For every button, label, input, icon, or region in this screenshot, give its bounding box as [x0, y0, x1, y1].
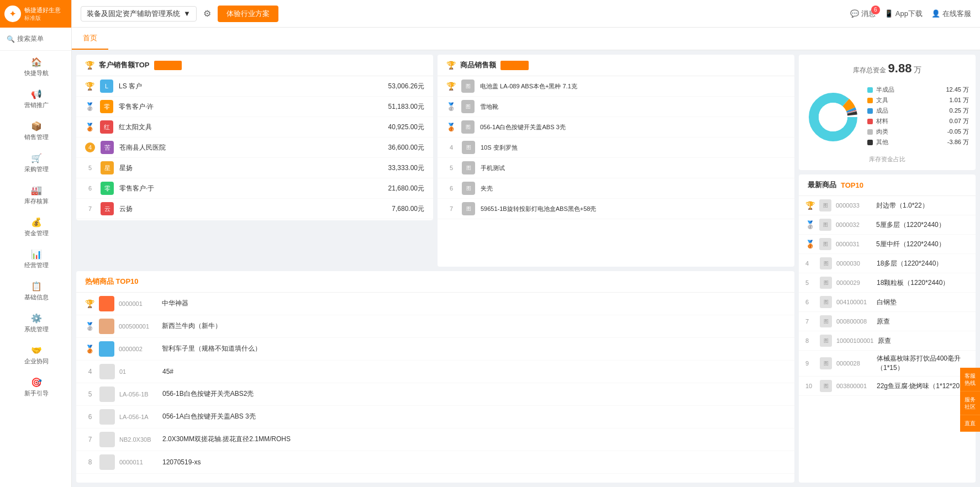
message-badge: 6	[871, 6, 880, 14]
sidebar-item-sales[interactable]: 📦 销售管理	[0, 115, 71, 147]
prod-num-7: 7	[446, 204, 456, 214]
hot-num-4: 4	[85, 368, 95, 375]
product-ranking-tag: TOP10	[500, 61, 529, 70]
top-header: 装备及固定资产辅助管理系统 ▼ ⚙ 体验行业方案 💬 消息 6 📱 App下载 …	[72, 0, 980, 28]
rank-item-4: 4 苦 苍南县人民医院 36,600.00元	[76, 137, 433, 158]
hot-trophy: 🏆	[85, 299, 94, 308]
product-ranking-panel: 🏆 商品销售额 TOP10 🏆 图 电池盖 LA-089 ABS本色+黑种 7.…	[438, 55, 794, 267]
latest-num-10: 10	[805, 383, 815, 389]
prod-medal-3: 🥉	[446, 123, 456, 131]
home-icon: 🏠	[31, 56, 42, 67]
inventory-subtitle: 库存资金占比	[805, 155, 969, 163]
latest-num-7: 7	[805, 318, 815, 325]
float-service-btn[interactable]: 客服 热线	[960, 368, 980, 391]
search-menu-btn[interactable]: 🔍 搜索菜单	[4, 32, 67, 46]
corp-icon: 🤝	[31, 345, 42, 356]
prod-rank-item-4: 4 图 10S 变刹罗煞	[438, 137, 794, 158]
message-btn[interactable]: 💬 消息 6	[850, 9, 876, 19]
latest-num-5: 5	[805, 279, 815, 286]
sidebar-item-finance[interactable]: 💰 资金管理	[0, 211, 71, 243]
latest-icon-5: 图	[820, 277, 832, 289]
prod-num-6: 6	[446, 183, 456, 193]
sidebar-item-base[interactable]: 📋 基础信息	[0, 275, 71, 307]
customer-rank-list: 🏆 L LS 客户 53,006.26元 🥈 零 零售客户·许 51,183.0…	[76, 76, 433, 220]
hot-medal-3: 🥉	[85, 345, 94, 353]
tab-home[interactable]: 首页	[72, 28, 108, 50]
search-menu-section[interactable]: 🔍 搜索菜单	[0, 28, 71, 51]
sidebar-item-system[interactable]: ⚙️ 系统管理	[0, 307, 71, 339]
latest-item-4: 4 图 0000030 18多层（1220*2440）	[799, 254, 976, 273]
hot-item-3: 🥉 0000002 智利车子里（规格不知道填什么）	[76, 338, 794, 361]
settings-icon[interactable]: ⚙	[203, 8, 211, 19]
sidebar-item-marketing[interactable]: 📢 营销推广	[0, 83, 71, 115]
prod-medal-2: 🥈	[446, 102, 456, 111]
prod-avatar-6: 图	[462, 182, 475, 195]
sidebar-item-quick[interactable]: 🏠 快捷导航	[0, 51, 71, 83]
prod-rank-item-1: 🏆 图 电池盖 LA-089 ABS本色+黑种 7.1克	[438, 76, 794, 97]
app-download-btn[interactable]: 📱 App下载	[884, 9, 923, 19]
hot-item-9: 9 KK-SD22110H 花语萌恒温分腿睡袋（厚款）	[76, 474, 794, 477]
finance-icon: 💰	[31, 216, 42, 227]
rank-num-4: 4	[85, 142, 95, 152]
prod-avatar-3: 图	[461, 120, 475, 134]
prod-num-4: 4	[446, 142, 456, 152]
ops-icon: 📊	[31, 248, 42, 260]
hot-products-header: 热销商品 TOP10	[76, 271, 794, 293]
latest-products-panel: 最新商品 TOP10 🏆 图 0000033 封边带（1.0*22） 🥈 图 0…	[799, 174, 976, 483]
latest-icon-2: 图	[819, 219, 831, 231]
latest-item-3: 🥉 图 0000031 5厘中纤（1220*2440）	[799, 235, 976, 254]
latest-trophy: 🏆	[805, 201, 815, 210]
sidebar-item-inventory[interactable]: 🏭 库存核算	[0, 179, 71, 211]
float-direct-btn[interactable]: 直直	[960, 415, 980, 432]
hot-item-2: 🥈 000500001 新西兰牛肉（新牛）	[76, 315, 794, 338]
sidebar-item-purchase[interactable]: 🛒 采购管理	[0, 147, 71, 179]
customer-ranking-header: 🏆 客户销售额TOP TOP10	[76, 55, 433, 76]
legend-dot-1	[867, 98, 873, 103]
prod-avatar-4: 图	[462, 141, 475, 154]
float-buttons: 客服 热线 服务 社区 直直	[960, 368, 980, 432]
latest-icon-6: 图	[820, 296, 832, 308]
prod-num-5: 5	[446, 163, 456, 173]
trial-button[interactable]: 体验行业方案	[218, 6, 278, 22]
donut-section: 半成品 12.45 万 文具 1.01 万 成品 0.25 万	[805, 81, 969, 153]
logo-icon: ✦	[4, 6, 21, 22]
system-selector[interactable]: 装备及固定资产辅助管理系统 ▼	[81, 6, 197, 22]
latest-item-8: 8 图 10000100001 原查	[799, 331, 976, 351]
latest-icon-9: 图	[820, 357, 832, 369]
legend-dot-2	[867, 108, 873, 114]
legend-item-0: 半成品 12.45 万	[867, 86, 969, 94]
online-service-btn[interactable]: 👤 在线客服	[931, 9, 971, 19]
legend-item-4: 肉类 -0.05 万	[867, 128, 969, 136]
middle-panels: 🏆 客户销售额TOP TOP10 🏆 L LS 客户 53,006.26元 🥈	[76, 55, 794, 483]
prod-avatar-7: 图	[462, 202, 475, 215]
guide-icon: 🎯	[31, 377, 42, 388]
rank-item-8: 8 肖 肖总 7,563.00元	[76, 219, 433, 220]
hot-thumb-8	[99, 454, 115, 470]
hot-num-7: 7	[85, 436, 95, 443]
rank-medal-silver: 🥈	[85, 102, 94, 111]
latest-num-4: 4	[805, 260, 815, 267]
latest-icon-8: 图	[820, 335, 832, 347]
sidebar-item-guide[interactable]: 🎯 新手引导	[0, 371, 71, 403]
latest-item-6: 6 图 004100001 白钢垫	[799, 293, 976, 312]
trophy-icon: 🏆	[85, 61, 94, 70]
latest-item-5: 5 图 0000029 18颗粒板（1220*2440）	[799, 273, 976, 293]
latest-medal-3: 🥉	[805, 240, 815, 248]
latest-item-10: 10 图 003800001 22g鱼豆腐·烧烤味（1*12*20）	[799, 377, 976, 396]
marketing-icon: 📢	[31, 88, 42, 99]
prod-avatar-1: 图	[461, 80, 475, 93]
prod-rank-item-3: 🥉 图 056-1A白色按键开关盖ABS 3壳	[438, 117, 794, 137]
rank-avatar-7: 云	[101, 202, 114, 215]
hot-thumb-3	[99, 341, 114, 357]
latest-products-list: 🏆 图 0000033 封边带（1.0*22） 🥈 图 0000032 5厘多层…	[799, 196, 976, 483]
latest-num-6: 6	[805, 299, 815, 305]
latest-item-7: 7 图 000800008 原查	[799, 312, 976, 331]
sidebar-item-corp[interactable]: 🤝 企业协同	[0, 339, 71, 371]
prod-rank-item-6: 6 图 夹壳	[438, 178, 794, 199]
float-community-btn[interactable]: 服务 社区	[960, 391, 980, 415]
inventory-icon: 🏭	[31, 184, 42, 195]
search-icon: 🔍	[7, 35, 15, 43]
legend-item-3: 材料 0.07 万	[867, 117, 969, 125]
legend-item-2: 成品 0.25 万	[867, 107, 969, 115]
sidebar-item-ops[interactable]: 📊 经营管理	[0, 243, 71, 275]
